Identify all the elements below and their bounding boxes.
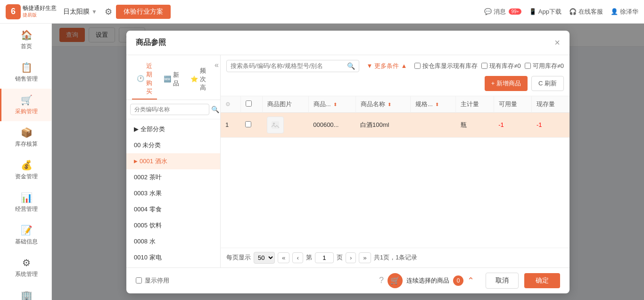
category-search-input[interactable] bbox=[130, 104, 209, 115]
headset-icon: 🎧 bbox=[569, 8, 577, 15]
service-btn[interactable]: 🎧 在线客服 bbox=[569, 8, 603, 16]
row-checkbox[interactable] bbox=[240, 112, 262, 137]
user-menu[interactable]: 👤 徐泽华 bbox=[611, 8, 638, 16]
select-all-checkbox[interactable] bbox=[246, 100, 252, 107]
stock-ne0-filter[interactable]: 现有库存≠0 bbox=[481, 62, 520, 70]
cat-all-arrow: ▶ bbox=[134, 125, 139, 133]
sidebar-item-purchase[interactable]: 🛒 采购管理 bbox=[0, 89, 51, 121]
cat-item-all[interactable]: ▶ 全部分类 bbox=[126, 121, 220, 137]
main-layout: 🏠 首页 📋 销售管理 🛒 采购管理 📦 库存核算 💰 资金管理 📊 经营管理 … bbox=[0, 24, 644, 300]
sidebar-label-basic: 基础信息 bbox=[15, 238, 38, 246]
th-available: 可用量 bbox=[494, 96, 532, 113]
tab-frequent[interactable]: ⭐ 频次高 bbox=[186, 59, 211, 100]
tab-recent-label: 近期购买 bbox=[146, 62, 152, 96]
cat-item-2[interactable]: 0002 茶叶 bbox=[126, 169, 220, 185]
product-search-icon[interactable]: 🔍 bbox=[347, 62, 355, 70]
filter-button[interactable]: ▼ 更多条件 ▲ bbox=[363, 60, 411, 72]
spec-sort-icon[interactable]: ⬍ bbox=[435, 102, 439, 107]
page-input[interactable] bbox=[315, 252, 334, 263]
row-select-checkbox[interactable] bbox=[245, 121, 251, 127]
basic-icon: 📝 bbox=[21, 225, 33, 236]
cat-item-5[interactable]: 0005 饮料 bbox=[126, 217, 220, 233]
sidebar-item-finance[interactable]: 💰 资金管理 bbox=[0, 154, 51, 186]
next-page-button[interactable]: › bbox=[346, 252, 356, 263]
code-sort-icon[interactable]: ⬍ bbox=[333, 102, 337, 107]
confirm-button[interactable]: 确定 bbox=[524, 273, 560, 288]
cancel-button[interactable]: 取消 bbox=[486, 273, 519, 289]
tab-new[interactable]: 🆕 新品 bbox=[159, 59, 184, 100]
tab-recent[interactable]: 🕐 近期购买 bbox=[132, 59, 157, 100]
available-ne0-checkbox[interactable] bbox=[525, 63, 531, 69]
app-download-btn[interactable]: 📱 App下载 bbox=[529, 8, 561, 16]
new-icon: 🆕 bbox=[164, 75, 171, 83]
th-unit[interactable]: 主计量 bbox=[456, 96, 494, 113]
show-disabled-checkbox[interactable]: 显示停用 bbox=[136, 276, 169, 285]
column-settings-icon[interactable]: ⚙ bbox=[225, 101, 231, 108]
system-icon: ⚙ bbox=[22, 257, 31, 268]
product-search-input[interactable] bbox=[231, 62, 347, 69]
cta-button[interactable]: 体验行业方案 bbox=[116, 5, 171, 19]
row-img bbox=[262, 112, 308, 137]
category-tabs: 🕐 近期购买 🆕 新品 ⭐ 频次高 « bbox=[126, 55, 220, 100]
messages-btn[interactable]: 💬 消息 99+ bbox=[484, 8, 521, 16]
product-image bbox=[267, 117, 284, 133]
table-row[interactable]: 1 000600... 白酒100ml bbox=[221, 112, 570, 137]
settings-icon[interactable]: ⚙ bbox=[105, 7, 112, 17]
cat-item-0[interactable]: 00 未分类 bbox=[126, 137, 220, 153]
messages-label: 消息 bbox=[494, 8, 506, 16]
recent-icon: 🕐 bbox=[137, 75, 144, 82]
svg-point-1 bbox=[273, 123, 275, 125]
per-page-select[interactable]: 50 bbox=[254, 252, 275, 264]
show-disabled-input[interactable] bbox=[136, 277, 142, 283]
th-img: 商品图片 bbox=[262, 96, 308, 113]
sidebar-item-inventory[interactable]: 📦 库存核算 bbox=[0, 121, 51, 154]
sidebar-item-basic[interactable]: 📝 基础信息 bbox=[0, 219, 51, 251]
cart-icon[interactable]: 🛒 bbox=[388, 273, 403, 288]
th-code-label: 商品... bbox=[314, 100, 331, 108]
cat-3-label: 0003 水果 bbox=[134, 189, 162, 198]
tab-new-label: 新品 bbox=[173, 71, 179, 88]
th-checkbox[interactable] bbox=[240, 96, 262, 113]
th-code[interactable]: 商品... ⬍ bbox=[308, 96, 355, 113]
cat-item-3[interactable]: 0003 水果 bbox=[126, 185, 220, 201]
th-settings[interactable]: ⚙ bbox=[221, 96, 240, 113]
warehouse-filter[interactable]: 按仓库显示现有库存 bbox=[414, 62, 478, 70]
logo-sub: 捷易版 bbox=[23, 12, 57, 18]
cat-item-7[interactable]: 0010 家电 bbox=[126, 250, 220, 266]
cat-item-1[interactable]: ▶ 0001 酒水 bbox=[126, 153, 220, 169]
th-name[interactable]: 商品名称 ⬍ bbox=[355, 96, 410, 113]
category-collapse-icon[interactable]: « bbox=[213, 59, 221, 100]
th-unit-label: 主计量 bbox=[461, 100, 479, 108]
store-name: 日太阳膜 bbox=[63, 8, 90, 16]
modal-header: 商品参照 × bbox=[126, 31, 570, 55]
available-ne0-label: 可用库存≠0 bbox=[533, 62, 564, 70]
sidebar-item-enterprise[interactable]: 🏢 企业协同 bbox=[0, 284, 51, 300]
cart-collapse-icon[interactable]: ⌃ bbox=[467, 275, 474, 286]
stock-ne0-checkbox[interactable] bbox=[481, 63, 487, 69]
sidebar-item-home[interactable]: 🏠 首页 bbox=[0, 24, 51, 56]
sidebar-item-system[interactable]: ⚙ 系统管理 bbox=[0, 251, 51, 284]
name-sort-icon[interactable]: ⬍ bbox=[388, 102, 391, 107]
toolbar-right: + 新增商品 C 刷新 bbox=[485, 76, 564, 91]
prev-page-button[interactable]: ‹ bbox=[292, 252, 303, 263]
available-ne0-filter[interactable]: 可用库存≠0 bbox=[525, 62, 564, 70]
sidebar-item-sales[interactable]: 📋 销售管理 bbox=[0, 56, 51, 89]
first-page-button[interactable]: « bbox=[278, 252, 289, 263]
th-name-label: 商品名称 bbox=[361, 100, 385, 108]
product-reference-modal: 商品参照 × 🕐 近期购买 🆕 bbox=[126, 31, 570, 293]
warehouse-checkbox[interactable] bbox=[414, 63, 421, 69]
cat-item-4[interactable]: 0004 零食 bbox=[126, 201, 220, 217]
category-search-icon[interactable]: 🔍 bbox=[211, 106, 219, 113]
help-icon[interactable]: ? bbox=[379, 275, 384, 285]
sidebar-item-business[interactable]: 📊 经营管理 bbox=[0, 186, 51, 219]
store-selector[interactable]: 日太阳膜 ▼ bbox=[58, 8, 103, 16]
th-spec[interactable]: 规格... ⬍ bbox=[410, 96, 455, 113]
filter-label: 更多条件 bbox=[374, 62, 399, 70]
refresh-button[interactable]: C 刷新 bbox=[531, 76, 564, 91]
add-product-button[interactable]: + 新增商品 bbox=[485, 76, 528, 91]
cat-item-6[interactable]: 0008 水 bbox=[126, 233, 220, 250]
last-page-button[interactable]: » bbox=[359, 252, 371, 263]
modal-close-button[interactable]: × bbox=[554, 37, 560, 48]
svg-rect-0 bbox=[272, 121, 279, 129]
product-panel: 🔍 ▼ 更多条件 ▲ 按仓库显示现有库存 bbox=[221, 55, 570, 267]
